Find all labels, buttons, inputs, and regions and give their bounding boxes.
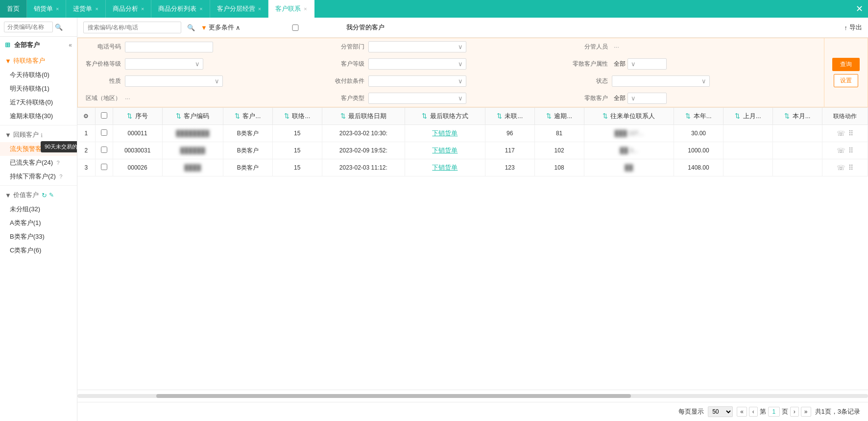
dept-select[interactable]: ∨ [368, 41, 466, 52]
close-icon[interactable]: × [56, 6, 59, 12]
search-button[interactable]: 🔍 [187, 24, 195, 31]
sidebar-item-week-pending[interactable]: 近7天待联络(0) [0, 96, 77, 109]
tab-customer-layer[interactable]: 客户分层经营 × [210, 0, 268, 18]
th-name[interactable]: ⇅ 客户编码 [162, 108, 223, 125]
th-overdue[interactable]: ⇅ 逾期... [534, 108, 584, 125]
sidebar-item-churned[interactable]: 已流失客户(24) ? [0, 156, 77, 170]
sidebar-group-pending-label: 待联络客户 [13, 56, 45, 65]
more-icon[interactable]: ··· [125, 95, 130, 102]
sidebar-item-class-a[interactable]: A类客户(1) [0, 216, 77, 230]
th-last-date[interactable]: ⇅ 最后联络日期 [322, 108, 405, 125]
row-checkbox[interactable] [101, 147, 107, 153]
close-icon[interactable]: × [199, 6, 202, 12]
next-page-button[interactable]: › [790, 407, 799, 417]
th-type[interactable]: ⇅ 客户... [223, 108, 272, 125]
sidebar-search-input[interactable] [4, 22, 53, 32]
phone-action-icon[interactable]: ☏ [837, 129, 845, 137]
th-this-year[interactable]: ⇅ 本年... [674, 108, 723, 125]
tooltip-trigger[interactable]: ℹ 90天未交易的客户，可能有流失风险。 [41, 131, 43, 139]
status-select[interactable]: ∨ [612, 75, 710, 87]
phone-action-icon[interactable]: ☏ [837, 147, 845, 154]
chevron-down-icon: ∨ [195, 60, 200, 68]
edit-icon[interactable]: ✎ [49, 192, 54, 198]
settings-button[interactable]: 设置 [834, 74, 858, 87]
cell-checkbox[interactable] [95, 142, 113, 159]
close-icon[interactable]: × [304, 6, 307, 12]
tab-product-analysis[interactable]: 商品分析 × [106, 0, 151, 18]
more-conditions-button[interactable]: ▼ 更多条件 ∧ [201, 23, 241, 32]
sidebar-item-declining[interactable]: 持续下滑客户(2) ? [0, 170, 77, 183]
retail-attr-select[interactable]: ∨ [627, 58, 667, 70]
row-checkbox[interactable] [101, 164, 107, 170]
th-settings[interactable]: ⚙ [77, 108, 95, 125]
sidebar-group-value[interactable]: ▼ 价值客户 ↻ ✎ [0, 188, 77, 202]
refresh-icon[interactable]: ↻ [42, 192, 47, 199]
data-table-container: ⚙ ⇅ 序号 ⇅ 客户编码 ⇅ 客户... [77, 108, 868, 390]
close-icon[interactable]: × [258, 6, 261, 12]
sidebar-group-review[interactable]: ▼ 回顾客户 ℹ 90天未交易的客户，可能有流失风险。 [0, 127, 77, 142]
th-contact[interactable]: ⇅ 联络... [272, 108, 322, 125]
first-page-button[interactable]: « [737, 407, 747, 417]
sidebar-item-ungrouped[interactable]: 未分组(32) [0, 202, 77, 216]
window-close-button[interactable]: ✕ [856, 3, 868, 14]
my-customers-checkbox-label[interactable]: 我分管的客户 [246, 23, 385, 32]
cell-action: ☏ ⠿ [822, 159, 868, 176]
cell-last-method[interactable]: 下销货单 [405, 125, 485, 142]
retail-select[interactable]: ∨ [627, 93, 667, 104]
sidebar-item-class-b[interactable]: B类客户(33) [0, 230, 77, 244]
prev-page-button[interactable]: ‹ [749, 407, 758, 417]
sidebar-item-class-c[interactable]: C类客户(6) [0, 244, 77, 257]
search-icon[interactable]: 🔍 [55, 24, 63, 31]
th-unlink-days[interactable]: ⇅ 未联... [485, 108, 534, 125]
select-all-checkbox[interactable] [101, 112, 107, 119]
advanced-filter-panel: 电话号码 分管部门 ∨ 分管人员 ··· [77, 38, 868, 108]
close-icon[interactable]: × [95, 6, 98, 12]
search-input[interactable] [83, 22, 181, 33]
cell-checkbox[interactable] [95, 159, 113, 176]
close-icon[interactable]: × [141, 6, 144, 12]
sidebar-item-tomorrow-pending[interactable]: 明天待联络(1) [0, 82, 77, 96]
customer-level-select[interactable]: ∨ [368, 58, 466, 70]
more-icon[interactable]: ··· [614, 43, 619, 50]
more-action-icon[interactable]: ⠿ [848, 129, 853, 137]
sidebar-group-pending[interactable]: ▼ 待联络客户 [0, 53, 77, 68]
collapse-button[interactable]: « [69, 42, 72, 49]
customer-type-select[interactable]: ∨ [368, 93, 466, 104]
cell-last-method[interactable]: 下销货单 [405, 159, 485, 176]
sidebar-item-overdue[interactable]: 逾期未联络(30) [0, 109, 77, 123]
tab-customer-contact[interactable]: 客户联系 × [268, 0, 314, 18]
cell-last-method[interactable]: 下销货单 [405, 142, 485, 159]
sidebar-all-customers-header: ⊞ 全部客户 « [0, 37, 77, 53]
phone-input[interactable] [125, 42, 213, 52]
cell-code: 000026 [113, 159, 162, 176]
query-button[interactable]: 查询 [832, 58, 860, 71]
tab-purchase[interactable]: 进货单 × [66, 0, 105, 18]
filter-field-payment: 收付款条件 ∨ [329, 75, 573, 87]
row-checkbox[interactable] [101, 129, 107, 136]
sidebar-item-today-pending[interactable]: 今天待联络(0) [0, 68, 77, 82]
last-page-button[interactable]: » [801, 407, 811, 417]
tab-product-list[interactable]: 商品分析列表 × [151, 0, 210, 18]
th-last-month[interactable]: ⇅ 上月... [723, 108, 773, 125]
customer-type-label: 客户类型 [329, 94, 368, 102]
phone-action-icon[interactable]: ☏ [837, 164, 845, 172]
more-action-icon[interactable]: ⠿ [848, 147, 853, 154]
filter-field-retail: 零散客户 全部 ∨ [573, 93, 816, 104]
horizontal-scroll-area[interactable] [77, 390, 868, 402]
nature-select[interactable]: ∨ [125, 75, 223, 87]
cell-checkbox[interactable] [95, 125, 113, 142]
price-level-select[interactable]: ∨ [125, 58, 203, 70]
scroll-thumb[interactable] [156, 394, 630, 398]
th-contact-person[interactable]: ⇅ 往来单位联系人 [584, 108, 674, 125]
export-button[interactable]: ↑ 导出 [844, 23, 863, 32]
payment-select[interactable]: ∨ [368, 75, 466, 87]
my-customers-checkbox[interactable] [246, 25, 344, 31]
tab-home[interactable]: 首页 [0, 0, 27, 18]
per-page-select[interactable]: 50 100 [708, 406, 733, 417]
th-last-method[interactable]: ⇅ 最后联络方式 [405, 108, 485, 125]
th-checkbox[interactable] [95, 108, 113, 125]
th-code[interactable]: ⇅ 序号 [113, 108, 162, 125]
more-action-icon[interactable]: ⠿ [848, 164, 853, 172]
tab-sales[interactable]: 销货单 × [27, 0, 66, 18]
th-this-month[interactable]: ⇅ 本月... [772, 108, 822, 125]
